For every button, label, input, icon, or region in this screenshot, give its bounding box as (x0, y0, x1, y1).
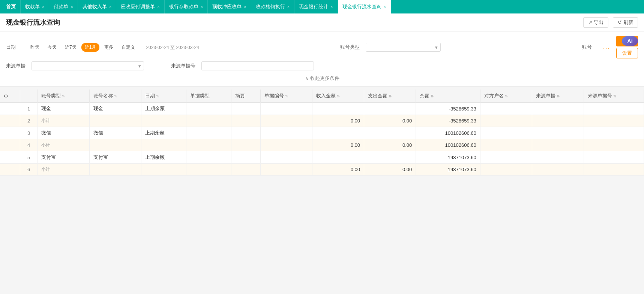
col-account_type[interactable]: 账号类型⇅ (38, 90, 89, 103)
nav-item-home[interactable]: 首页 (2, 0, 21, 13)
row-index: 6 (20, 164, 37, 176)
row-summary (231, 164, 260, 176)
row-settings (0, 115, 20, 127)
row-date: 上期余额 (141, 103, 186, 115)
page-title: 现金银行流水查询 (6, 18, 60, 27)
row-doc-type (186, 151, 231, 164)
date-btn-昨天[interactable]: 昨天 (27, 43, 43, 52)
row-expense (364, 103, 416, 115)
row-date (141, 139, 186, 151)
row-counterparty (480, 127, 532, 139)
row-doc-no (260, 139, 312, 151)
nav-item-receipt[interactable]: 收款单× (21, 0, 49, 13)
table-row: 4小计0.000.00100102606.60 (0, 139, 644, 151)
date-btn-近7天[interactable]: 近7天 (62, 43, 80, 52)
row-source-doc (532, 115, 584, 127)
row-summary (231, 115, 260, 127)
row-account-name: 现金 (89, 103, 141, 115)
row-expense: 0.00 (364, 164, 416, 176)
export-icon: ↗ (588, 19, 592, 25)
row-income (312, 103, 364, 115)
col-income[interactable]: 收入金额⇅ (312, 90, 364, 103)
col-expense[interactable]: 支出金额⇅ (364, 90, 416, 103)
row-index: 2 (20, 115, 37, 127)
date-btn-更多[interactable]: 更多 (101, 43, 117, 52)
row-settings (0, 164, 20, 176)
col-source_doc_no[interactable]: 来源单据号⇅ (584, 90, 644, 103)
col-balance[interactable]: 余额⇅ (416, 90, 480, 103)
ai-badge[interactable]: Ai (622, 36, 638, 46)
row-source-doc (532, 151, 584, 164)
row-date (141, 164, 186, 176)
export-button[interactable]: ↗ 导出 (583, 17, 608, 28)
row-balance: 19871073.60 (416, 164, 480, 176)
col-settings: ⚙ (0, 90, 20, 103)
col-counterparty[interactable]: 对方户名⇅ (480, 90, 532, 103)
row-account-name: 支付宝 (89, 151, 141, 164)
header-actions: ↗ 导出 ↺ 刷新 (583, 17, 638, 28)
filter-row-2: 来源单据 来源单据号 (6, 61, 638, 70)
row-date: 上期余额 (141, 127, 186, 139)
date-btn-近1月[interactable]: 近1月 (81, 43, 100, 52)
row-account-name (89, 115, 141, 127)
row-income (312, 127, 364, 139)
top-nav: 首页收款单×付款单×其他收入单×应收应付调整单×银行存取款单×预收冲应收单×收款… (0, 0, 644, 13)
refresh-button[interactable]: ↺ 刷新 (613, 17, 638, 28)
col-date[interactable]: 日期⇅ (141, 90, 186, 103)
col-source_doc[interactable]: 来源单据⇅ (532, 90, 584, 103)
row-account-type: 小计 (38, 115, 89, 127)
row-income: 0.00 (312, 139, 364, 151)
nav-close-other-income[interactable]: × (109, 4, 111, 9)
sort-icon-account_type: ⇅ (62, 94, 65, 98)
date-btn-自定义[interactable]: 自定义 (118, 43, 138, 52)
collapse-button[interactable]: ∧ 收起更多条件 (305, 75, 339, 82)
row-account-type: 小计 (38, 139, 89, 151)
table-row: 6小计0.000.0019871073.60 (0, 164, 644, 176)
nav-close-payment[interactable]: × (71, 4, 73, 9)
filter-section: 日期 昨天今天近7天近1月更多自定义 2023-02-24 至 2023-03-… (0, 31, 644, 87)
nav-close-prepay-offset[interactable]: × (244, 4, 246, 9)
row-income (312, 151, 364, 164)
nav-item-other-income[interactable]: 其他收入单× (78, 0, 116, 13)
nav-item-receipt-verify[interactable]: 收款核销执行× (251, 0, 294, 13)
nav-close-ar-ap-adjust[interactable]: × (157, 4, 159, 9)
row-counterparty (480, 151, 532, 164)
col-doc_no[interactable]: 单据编号⇅ (260, 90, 312, 103)
nav-close-bank-deposit[interactable]: × (201, 4, 203, 9)
date-btn-今天[interactable]: 今天 (44, 43, 60, 52)
nav-item-prepay-offset[interactable]: 预收冲应收单× (208, 0, 251, 13)
nav-close-cash-bank-flow[interactable]: × (384, 4, 386, 9)
row-account-name: 微信 (89, 127, 141, 139)
source-doc-select[interactable] (32, 61, 144, 70)
collapse-row: ∧ 收起更多条件 (6, 73, 638, 83)
source-doc-no-label: 来源单据号 (171, 63, 195, 69)
nav-item-payment[interactable]: 付款单× (49, 0, 78, 13)
source-doc-no-input[interactable] (201, 61, 314, 70)
nav-item-cash-bank-flow[interactable]: 现金银行流水查询× (338, 0, 391, 13)
sort-icon-source_doc_no: ⇅ (613, 94, 616, 98)
table-row: 1现金现金上期余额-3528659.33 (0, 103, 644, 115)
row-doc-no (260, 127, 312, 139)
date-label: 日期 (6, 44, 21, 51)
main-table: ⚙账号类型⇅账号名称⇅日期⇅单据类型摘要单据编号⇅收入金额⇅支出金额⇅余额⇅对方… (0, 90, 644, 176)
account-type-label: 账号类型 (340, 44, 360, 51)
refresh-icon: ↺ (618, 19, 622, 25)
row-balance: -3528659.33 (416, 103, 480, 115)
sort-icon-doc_no: ⇅ (285, 94, 288, 98)
nav-item-ar-ap-adjust[interactable]: 应收应付调整单× (116, 0, 164, 13)
row-account-type: 支付宝 (38, 151, 89, 164)
row-counterparty (480, 164, 532, 176)
sort-icon-counterparty: ⇅ (505, 94, 508, 98)
nav-item-bank-deposit[interactable]: 银行存取款单× (165, 0, 208, 13)
account-dots-button[interactable]: ... (603, 44, 610, 51)
row-doc-type (186, 164, 231, 176)
nav-close-cash-bank-stat[interactable]: × (330, 4, 333, 9)
account-type-select[interactable]: 现金 微信 支付宝 (366, 43, 441, 52)
settings-button[interactable]: 设置 (616, 48, 638, 58)
col-account_name[interactable]: 账号名称⇅ (89, 90, 141, 103)
nav-close-receipt-verify[interactable]: × (287, 4, 290, 9)
nav-close-receipt[interactable]: × (42, 4, 44, 9)
page-header: 现金银行流水查询 ↗ 导出 ↺ 刷新 (0, 13, 644, 31)
nav-item-cash-bank-stat[interactable]: 现金银行统计× (294, 0, 338, 13)
row-doc-no (260, 151, 312, 164)
